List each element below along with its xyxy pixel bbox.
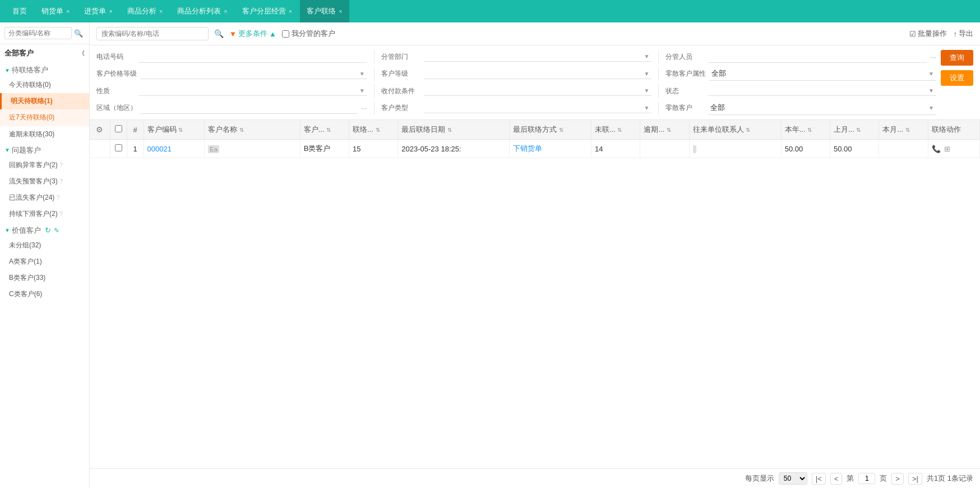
- region-dots-icon[interactable]: ···: [361, 104, 367, 112]
- data-table-container: ⚙ # 客户编码 ⇅ 客户名称 ⇅: [90, 120, 980, 468]
- th-last-month[interactable]: 上月... ⇅: [830, 120, 879, 140]
- nav-home[interactable]: 首页: [6, 0, 34, 22]
- payment-select[interactable]: ▼: [424, 86, 652, 96]
- close-tab-2-icon[interactable]: ×: [159, 0, 163, 22]
- sidebar-item-abnormal-repurchase[interactable]: 回购异常客户(2) ?: [0, 157, 89, 173]
- th-this-month[interactable]: 本月... ⇅: [879, 120, 928, 140]
- th-contacts[interactable]: 联络... ⇅: [349, 120, 398, 140]
- collapse-icon: 《: [78, 49, 85, 58]
- tab-label-4: 客户分层经营: [242, 0, 286, 22]
- nav-tab-3[interactable]: 商品分析列表 ×: [170, 0, 234, 22]
- close-tab-3-icon[interactable]: ×: [224, 0, 227, 22]
- grid-action-icon[interactable]: ⊞: [944, 145, 950, 153]
- sidebar-item-churn-warning[interactable]: 流失预警客户(3) ?: [0, 173, 89, 190]
- nature-select[interactable]: ▼: [139, 86, 367, 96]
- nav-tab-4[interactable]: 客户分层经营 ×: [235, 0, 299, 22]
- filter-field-customer-level: 客户等级 ▼: [381, 69, 652, 79]
- per-page-select[interactable]: 50 100 200: [779, 472, 807, 485]
- all-customers-header[interactable]: 全部客户 《: [0, 44, 89, 62]
- sidebar-item-churned[interactable]: 已流失客户(24) ?: [0, 190, 89, 206]
- th-uncontacted[interactable]: 未联... ⇅: [591, 120, 640, 140]
- sidebar-item-class-b[interactable]: B类客户(33): [0, 270, 89, 286]
- sidebar-item-class-a[interactable]: A类客户(1): [0, 254, 89, 270]
- person-input[interactable]: [708, 51, 927, 63]
- page-number-input[interactable]: [858, 473, 875, 484]
- td-unit-contact: [689, 140, 781, 158]
- th-ovd-label: 逾期...: [644, 125, 664, 133]
- sidebar-item-tomorrow[interactable]: 明天待联络(1): [0, 93, 89, 109]
- nav-tab-1[interactable]: 进货单 ×: [77, 0, 119, 22]
- dept-select[interactable]: ▼: [424, 52, 652, 62]
- top-nav: 首页 销货单 × 进货单 × 商品分析 × 商品分析列表 × 客户分层经营 × …: [0, 0, 980, 22]
- status-select[interactable]: ▼: [708, 86, 936, 96]
- customer-type-select[interactable]: ▼: [424, 103, 652, 113]
- td-code[interactable]: 000021: [144, 140, 205, 158]
- table-body: 1 000021 Ea B类客户 15 2023-05-23 18:25: 下销…: [90, 140, 980, 158]
- filter-search-input[interactable]: [96, 27, 209, 40]
- sidebar-item-overdue[interactable]: 逾期未联络(30): [0, 126, 89, 142]
- next-page-btn[interactable]: >: [891, 473, 904, 485]
- retail-attr-select[interactable]: 全部 ▼: [709, 67, 936, 81]
- th-type[interactable]: 客户... ⇅: [300, 120, 349, 140]
- sidebar-item-declining[interactable]: 持续下滑客户(2) ?: [0, 206, 89, 222]
- th-this-year[interactable]: 本年... ⇅: [781, 120, 830, 140]
- filter-field-nature: 性质 ▼: [96, 86, 367, 96]
- more-conditions-btn[interactable]: ▼ 更多条件 ▲: [229, 29, 276, 39]
- phone-action-icon[interactable]: 📞: [932, 145, 941, 153]
- phone-input[interactable]: [139, 51, 367, 63]
- row-checkbox[interactable]: [115, 144, 122, 151]
- nav-tab-2[interactable]: 商品分析 ×: [121, 0, 169, 22]
- sidebar-search-icon[interactable]: 🔍: [74, 29, 83, 38]
- select-all-checkbox[interactable]: [115, 125, 122, 132]
- export-btn[interactable]: ↑ 导出: [954, 29, 974, 39]
- th-name[interactable]: 客户名称 ⇅: [205, 120, 300, 140]
- query-button[interactable]: 查询: [941, 50, 973, 66]
- th-unit-contact[interactable]: 往来单位联系人 ⇅: [689, 120, 781, 140]
- close-tab-4-icon[interactable]: ×: [289, 0, 292, 22]
- gear-icon[interactable]: ⚙: [96, 125, 103, 134]
- th-lcd-label: 最后联络日期: [401, 125, 445, 133]
- price-level-select[interactable]: ▼: [140, 69, 367, 79]
- payment-arrow: ▼: [644, 88, 649, 94]
- th-uc-label: 往来单位联系人: [693, 125, 744, 133]
- my-customers-checkbox[interactable]: 我分管的客户: [282, 29, 335, 39]
- close-tab-1-icon[interactable]: ×: [109, 0, 112, 22]
- retail-select[interactable]: 全部 ▼: [708, 101, 936, 115]
- batch-op-btn[interactable]: ☑ 批量操作: [909, 29, 947, 39]
- refresh-icon[interactable]: ↻: [45, 226, 51, 234]
- first-page-btn[interactable]: |<: [812, 473, 826, 485]
- sidebar-item-today[interactable]: 今天待联络(0): [0, 77, 89, 93]
- sidebar-search-input[interactable]: [4, 27, 72, 39]
- th-checkbox[interactable]: [110, 120, 127, 140]
- group-pending-label: 待联络客户: [12, 65, 48, 75]
- filter-search-icon[interactable]: 🔍: [214, 29, 224, 38]
- customer-code-link[interactable]: 000021: [147, 145, 172, 153]
- filter-row-4: 区域（地区） ··· 客户类型 ▼: [96, 101, 936, 115]
- person-dots-icon[interactable]: ···: [930, 53, 936, 61]
- td-last-method[interactable]: 下销货单: [510, 140, 591, 158]
- td-name[interactable]: Ea: [205, 140, 300, 158]
- th-gear[interactable]: ⚙: [90, 120, 110, 140]
- th-code[interactable]: 客户编码 ⇅: [144, 120, 205, 140]
- last-method-link[interactable]: 下销货单: [513, 144, 542, 153]
- sidebar-item-7days[interactable]: 近7天待联络(0): [0, 109, 89, 126]
- sidebar-item-ungrouped[interactable]: 未分组(32): [0, 237, 89, 254]
- last-page-btn[interactable]: >|: [908, 473, 922, 485]
- set-button[interactable]: 设置: [941, 70, 973, 86]
- th-overdue[interactable]: 逾期... ⇅: [640, 120, 689, 140]
- table-row: 1 000021 Ea B类客户 15 2023-05-23 18:25: 下销…: [90, 140, 980, 158]
- prev-page-btn[interactable]: <: [830, 473, 843, 485]
- filter-right-actions: ☑ 批量操作 ↑ 导出: [909, 29, 974, 39]
- my-customers-check[interactable]: [282, 30, 289, 38]
- nav-tab-0[interactable]: 销货单 ×: [35, 0, 76, 22]
- customer-level-select[interactable]: ▼: [424, 69, 652, 79]
- edit-icon[interactable]: ✎: [54, 227, 59, 234]
- region-input[interactable]: [140, 102, 358, 114]
- th-last-contact-date[interactable]: 最后联络日期 ⇅: [398, 120, 510, 140]
- th-last-contact-method[interactable]: 最后联络方式 ⇅: [510, 120, 591, 140]
- sidebar-item-class-c[interactable]: C类客户(6): [0, 286, 89, 302]
- close-tab-0-icon[interactable]: ×: [66, 0, 70, 22]
- nav-tab-5[interactable]: 客户联络 ×: [300, 0, 349, 22]
- td-checkbox[interactable]: [110, 140, 127, 158]
- close-tab-5-icon[interactable]: ×: [339, 0, 342, 22]
